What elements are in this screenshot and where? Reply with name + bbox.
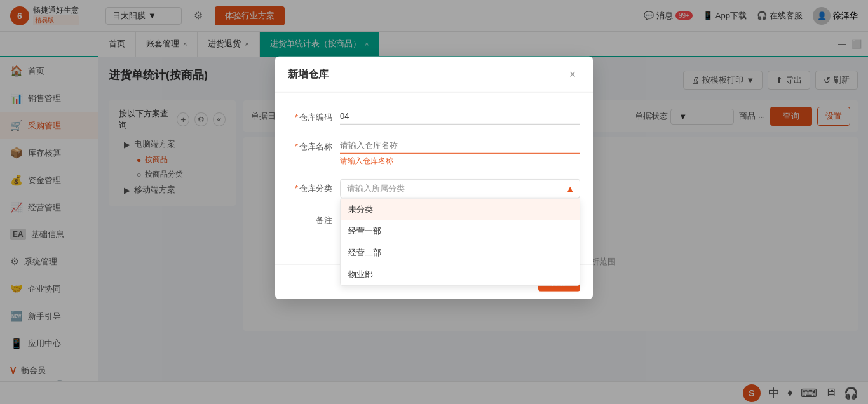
category-option-dept2[interactable]: 经营二部 xyxy=(341,242,580,264)
code-control xyxy=(340,108,580,125)
modal-body: 仓库编码 仓库名称 请输入仓库名称 仓库分类 请输入所属分类 ▲ 未分类 xyxy=(275,93,593,264)
name-control: 请输入仓库名称 xyxy=(340,137,580,166)
code-label: 仓库编码 xyxy=(288,108,332,123)
modal-title: 新增仓库 xyxy=(288,67,329,81)
name-field-row: 仓库名称 请输入仓库名称 xyxy=(288,137,580,166)
code-field-row: 仓库编码 xyxy=(288,108,580,125)
category-field-row: 仓库分类 请输入所属分类 ▲ 未分类 经营一部 经营二部 物业部 xyxy=(288,179,580,198)
category-select[interactable]: 请输入所属分类 ▲ xyxy=(340,179,580,198)
category-dropdown: 未分类 经营一部 经营二部 物业部 xyxy=(340,198,580,286)
chevron-up-icon: ▲ xyxy=(566,184,574,194)
category-option-unclassified[interactable]: 未分类 xyxy=(341,199,580,220)
category-control: 请输入所属分类 ▲ 未分类 经营一部 经营二部 物业部 xyxy=(340,179,580,198)
name-error-msg: 请输入仓库名称 xyxy=(340,156,580,166)
category-label: 仓库分类 xyxy=(288,179,332,194)
new-warehouse-modal: 新增仓库 × 仓库编码 仓库名称 请输入仓库名称 仓库分类 请输入所属分类 ▲ xyxy=(275,57,593,299)
category-option-property[interactable]: 物业部 xyxy=(341,264,580,285)
modal-header: 新增仓库 × xyxy=(275,57,593,93)
category-option-dept1[interactable]: 经营一部 xyxy=(341,220,580,242)
modal-close-button[interactable]: × xyxy=(565,67,580,82)
name-label: 仓库名称 xyxy=(288,137,332,152)
code-input[interactable] xyxy=(340,108,580,125)
note-label: 备注 xyxy=(288,211,332,226)
name-input[interactable] xyxy=(340,137,580,154)
category-placeholder: 请输入所属分类 xyxy=(347,183,405,194)
